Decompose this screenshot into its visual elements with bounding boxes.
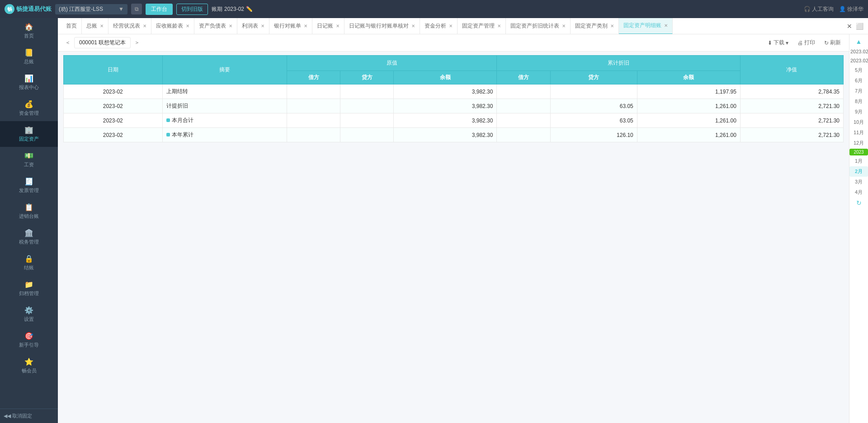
cell-description: 本年累计	[162, 128, 287, 142]
print-button[interactable]: 🖨 打印	[795, 38, 818, 48]
toolbar-left: ＜ 000001 联想笔记本 ＞	[63, 37, 142, 48]
sidebar-item-ledger[interactable]: 📒 总账	[0, 44, 58, 70]
sidebar-item-home[interactable]: 🏠 首页	[0, 18, 58, 44]
tab-balance[interactable]: 资产负债表 ✕	[194, 18, 237, 34]
sidebar-item-reports[interactable]: 📊 报表中心	[0, 70, 58, 95]
tab-close-bank-statement[interactable]: ✕	[304, 24, 307, 28]
sidebar-item-settings[interactable]: ⚙️ 设置	[0, 301, 58, 327]
guide-icon: 🎯	[24, 332, 33, 340]
main-panel: ＜ 000001 联想笔记本 ＞ ⬇	[58, 34, 849, 423]
service-icon: 🎧	[804, 6, 811, 12]
tab-fund-analysis[interactable]: 资金分析 ✕	[420, 18, 458, 34]
tab-fixed-depreciation[interactable]: 固定资产折旧统计表 ✕	[506, 18, 571, 34]
right-month-8[interactable]: 8月	[849, 96, 868, 107]
sidebar-item-archive[interactable]: 📁 归档管理	[0, 276, 58, 301]
tab-close-fixed-depreciation[interactable]: ✕	[562, 24, 566, 28]
sidebar-item-member[interactable]: ⭐ 畅会员	[0, 353, 58, 379]
tab-profit[interactable]: 利润表 ✕	[237, 18, 269, 34]
sidebar-item-close[interactable]: 🔒 结账	[0, 250, 58, 276]
tab-ledger[interactable]: 总账 ✕	[82, 18, 108, 34]
right-month-6[interactable]: 6月	[849, 75, 868, 86]
sidebar-item-invoice[interactable]: 🧾 发票管理	[0, 173, 58, 198]
scroll-down-button[interactable]: ↻	[856, 199, 862, 207]
right-month-4[interactable]: 4月	[849, 187, 868, 197]
cell-net-value: 2,721.30	[740, 99, 843, 113]
cell-date: 2023-02	[64, 128, 163, 142]
sidebar-item-capital[interactable]: 💰 资金管理	[0, 95, 58, 121]
cell-depreciation-credit	[550, 85, 637, 99]
workbench-button[interactable]: 工作台	[146, 4, 173, 15]
tab-close-journal-bank[interactable]: ✕	[411, 24, 415, 28]
asset-tag: 000001 联想笔记本	[74, 37, 131, 48]
right-month-9[interactable]: 9月	[849, 107, 868, 117]
tab-close-journal[interactable]: ✕	[336, 24, 340, 28]
tab-close-fund-analysis[interactable]: ✕	[449, 24, 453, 28]
table-row: 2023-02计提折旧3,982.3063.051,261.002,721.30	[64, 99, 844, 113]
refresh-button[interactable]: ↻ 刷新	[821, 38, 844, 48]
right-month-5[interactable]: 5月	[849, 65, 868, 75]
company-selector[interactable]: (劝) 江西服堂-LSS ▼	[55, 4, 127, 14]
tab-close-business[interactable]: ✕	[143, 24, 146, 28]
sidebar-item-guide[interactable]: 🎯 新手引导	[0, 327, 58, 353]
service-button[interactable]: 🎧 人工客询	[804, 5, 834, 13]
right-month-10[interactable]: 10月	[849, 117, 868, 127]
cancel-fixed-button[interactable]: ◀◀ 取消固定	[0, 409, 58, 423]
period-edit-icon[interactable]: ✏️	[246, 6, 253, 12]
right-month-12[interactable]: 12月	[849, 138, 868, 148]
scroll-up-button[interactable]: ▲	[856, 38, 862, 45]
member-icon: ⭐	[24, 357, 33, 366]
tab-journal-bank[interactable]: 日记账与银行对账单核对 ✕	[344, 18, 420, 34]
badge-dot-icon	[166, 133, 170, 136]
tab-close-ledger[interactable]: ✕	[100, 24, 104, 28]
tab-close-fixed-category[interactable]: ✕	[610, 24, 614, 28]
page-content: ＜ 000001 联想笔记本 ＞ ⬇	[58, 34, 868, 423]
right-year-top: 2023.02	[849, 47, 868, 56]
tab-receivable[interactable]: 应收账龄表 ✕	[151, 18, 194, 34]
tab-close-fixed-mgmt[interactable]: ✕	[497, 24, 501, 28]
right-month-3[interactable]: 3月	[849, 177, 868, 187]
cell-description: 计提折旧	[162, 99, 287, 113]
cell-depreciation-debit	[497, 85, 550, 99]
tab-close-receivable[interactable]: ✕	[186, 24, 189, 28]
sidebar-item-fixed-assets[interactable]: 🏢 固定资产	[0, 121, 58, 147]
right-year-badge-2023[interactable]: 2023	[849, 149, 868, 155]
cell-depreciation-credit: 63.05	[550, 113, 637, 128]
tab-bar: 首页 总账 ✕ 经营状况表 ✕ 应收账龄表 ✕ 资产负债表 ✕	[58, 18, 868, 34]
tab-home[interactable]: 首页	[61, 18, 82, 34]
switch-version-button[interactable]: 切到旧版	[176, 4, 208, 15]
tab-fixed-category[interactable]: 固定资产类别 ✕	[571, 18, 619, 34]
cell-depreciation-debit	[497, 113, 550, 128]
sidebar-item-sales[interactable]: 📋 进销台账	[0, 198, 58, 224]
download-button[interactable]: ⬇ 下载 ▾	[765, 38, 791, 48]
next-asset-button[interactable]: ＞	[132, 38, 142, 47]
right-month-1[interactable]: 1月	[849, 156, 868, 166]
tab-close-profit[interactable]: ✕	[261, 24, 264, 28]
tab-journal[interactable]: 日记账 ✕	[312, 18, 344, 34]
close-all-tabs-icon[interactable]: ✕	[846, 22, 853, 31]
right-month-7[interactable]: 7月	[849, 86, 868, 96]
header-depreciation-balance: 余额	[637, 71, 740, 85]
toolbar: ＜ 000001 联想笔记本 ＞ ⬇	[58, 34, 849, 52]
cell-depreciation-balance: 1,261.00	[637, 113, 740, 128]
right-month-11[interactable]: 11月	[849, 127, 868, 138]
tab-close-fixed-detail[interactable]: ✕	[664, 23, 668, 28]
cell-original-credit	[340, 99, 394, 113]
tab-bank-statement[interactable]: 银行对账单 ✕	[269, 18, 312, 34]
tab-fixed-mgmt[interactable]: 固定资产管理 ✕	[458, 18, 506, 34]
sidebar-item-tax[interactable]: 🏛️ 税务管理	[0, 224, 58, 250]
cell-depreciation-balance: 1,261.00	[637, 128, 740, 142]
print-icon: 🖨	[797, 40, 803, 46]
tab-fixed-detail[interactable]: 固定资产明细账 ✕	[619, 18, 673, 34]
sidebar-item-payroll[interactable]: 💵 工资	[0, 147, 58, 173]
right-panel-controls-bottom: ↻	[856, 197, 862, 208]
user-button[interactable]: 👤 徐泽华	[839, 5, 863, 13]
right-month-2[interactable]: 2月	[849, 166, 868, 177]
prev-asset-button[interactable]: ＜	[63, 38, 72, 47]
tab-close-balance[interactable]: ✕	[229, 24, 232, 28]
home-icon: 🏠	[24, 23, 33, 31]
settings-icon: ⚙️	[24, 306, 33, 315]
tab-business[interactable]: 经营状况表 ✕	[108, 18, 151, 34]
header-description: 摘要	[162, 56, 287, 85]
copy-icon[interactable]: ⧉	[131, 4, 142, 14]
expand-icon[interactable]: ⬜	[855, 22, 864, 31]
